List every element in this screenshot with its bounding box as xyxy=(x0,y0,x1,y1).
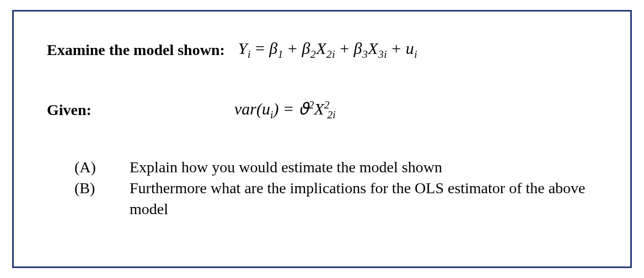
variance-equation: var(ui) = ϑ2X22i xyxy=(234,99,336,121)
model-equation: Yi = β1 + β2X2i + β3X3i + ui xyxy=(238,39,417,61)
question-a-label: (A) xyxy=(74,157,130,178)
question-list: (A) Explain how you would estimate the m… xyxy=(47,157,597,219)
question-a: (A) Explain how you would estimate the m… xyxy=(74,157,597,178)
question-b-text: Furthermore what are the implications fo… xyxy=(130,178,597,220)
examine-label: Examine the model shown: xyxy=(47,41,225,59)
model-row: Examine the model shown: Yi = β1 + β2X2i… xyxy=(47,39,597,61)
question-a-text: Explain how you would estimate the model… xyxy=(130,157,597,178)
question-b-label: (B) xyxy=(74,178,130,199)
given-row: Given: var(ui) = ϑ2X22i xyxy=(47,99,597,121)
question-b: (B) Furthermore what are the implication… xyxy=(74,178,597,220)
given-label: Given: xyxy=(47,101,234,119)
question-frame: Examine the model shown: Yi = β1 + β2X2i… xyxy=(12,10,632,268)
